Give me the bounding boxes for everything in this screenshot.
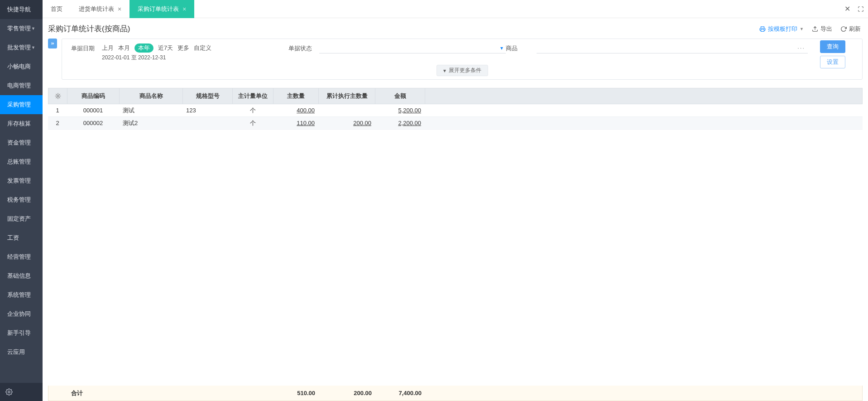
cell-name: 测试2 [119, 117, 182, 130]
sidebar-item-14[interactable]: 基础信息 [0, 266, 43, 285]
chevron-right-icon [50, 41, 55, 46]
sidebar-item-label: 税务管理 [7, 196, 31, 204]
sidebar-item-6[interactable]: 库存核算 [0, 114, 43, 133]
date-option-4[interactable]: 更多 [177, 44, 189, 52]
sidebar: 快捷导航零售管理▼批发管理▼小畅电商电商管理采购管理库存核算资金管理总账管理发票… [0, 0, 43, 401]
table-row[interactable]: 2000002测试2个110.00200.002,200.00 [48, 117, 863, 130]
sidebar-item-0[interactable]: 快捷导航 [0, 0, 43, 19]
th-unit[interactable]: 主计量单位 [233, 88, 273, 104]
export-label: 导出 [820, 25, 832, 33]
fullscreen-icon[interactable] [856, 5, 865, 14]
th-name[interactable]: 商品名称 [120, 88, 183, 104]
cell-amt[interactable]: 2,200.00 [375, 117, 425, 129]
sidebar-item-9[interactable]: 发票管理 [0, 171, 43, 190]
filter-date-label: 单据日期 [71, 43, 96, 53]
svg-point-0 [8, 391, 10, 393]
footer-qty: 510.00 [273, 387, 319, 400]
sidebar-item-17[interactable]: 新手引导 [0, 324, 43, 343]
sidebar-item-4[interactable]: 电商管理 [0, 76, 43, 95]
date-option-1[interactable]: 本月 [118, 44, 130, 52]
cell-spec [182, 121, 232, 126]
tab-1[interactable]: 进货单统计表× [71, 0, 129, 18]
sidebar-item-5[interactable]: 采购管理 [0, 95, 43, 114]
sidebar-item-13[interactable]: 经营管理 [0, 247, 43, 266]
cell-exec[interactable]: 200.00 [318, 117, 375, 129]
table-header: 商品编码 商品名称 规格型号 主计量单位 主数量 累计执行主数量 金额 [48, 88, 863, 104]
chevron-down-icon: ▼ [31, 45, 35, 50]
sidebar-item-8[interactable]: 总账管理 [0, 152, 43, 171]
cell-spec: 123 [182, 105, 232, 116]
date-range-display: 2022-01-01 至 2022-12-31 [102, 54, 211, 62]
more-icon[interactable]: ··· [797, 44, 805, 51]
refresh-icon [840, 26, 847, 32]
th-code[interactable]: 商品编码 [67, 88, 120, 104]
footer-label: 合计 [67, 386, 120, 401]
sidebar-item-label: 新手引导 [7, 329, 31, 337]
cell-exec[interactable] [318, 108, 375, 113]
sidebar-item-label: 采购管理 [7, 101, 31, 109]
cell-name: 测试 [119, 104, 182, 117]
sidebar-item-label: 电商管理 [7, 82, 31, 90]
tab-label: 进货单统计表 [79, 5, 114, 13]
date-option-3[interactable]: 近7天 [158, 44, 173, 52]
tab-2[interactable]: 采购订单统计表× [129, 0, 194, 18]
sidebar-settings[interactable] [0, 383, 43, 401]
page-title: 采购订单统计表(按商品) [48, 24, 130, 34]
sidebar-item-16[interactable]: 企业协同 [0, 304, 43, 324]
print-template-button[interactable]: 按模板打印 ▼ [759, 25, 804, 33]
sidebar-item-label: 发票管理 [7, 177, 31, 185]
date-option-5[interactable]: 自定义 [194, 44, 211, 52]
product-input[interactable]: ··· [537, 43, 808, 53]
export-button[interactable]: 导出 [812, 25, 832, 33]
sidebar-item-3[interactable]: 小畅电商 [0, 57, 43, 76]
sidebar-item-15[interactable]: 系统管理 [0, 285, 43, 304]
sidebar-item-label: 小畅电商 [7, 63, 31, 71]
sidebar-item-label: 系统管理 [7, 291, 31, 299]
tab-0[interactable]: 首页 [43, 0, 71, 18]
expand-label: 展开更多条件 [449, 67, 481, 74]
filter-settings-button[interactable]: 设置 [820, 56, 845, 68]
cell-qty[interactable]: 110.00 [273, 117, 318, 129]
th-qty[interactable]: 主数量 [273, 88, 319, 104]
date-option-0[interactable]: 上月 [102, 44, 114, 52]
sidebar-item-2[interactable]: 批发管理▼ [0, 38, 43, 57]
cell-code: 000002 [67, 117, 119, 129]
sidebar-item-label: 批发管理 [7, 43, 31, 52]
table-row[interactable]: 1000001测试123个400.005,200.00 [48, 104, 863, 117]
close-icon[interactable]: × [182, 5, 186, 13]
export-icon [812, 26, 818, 32]
sidebar-item-label: 资金管理 [7, 139, 31, 147]
refresh-button[interactable]: 刷新 [840, 25, 861, 33]
sidebar-item-18[interactable]: 云应用 [0, 343, 43, 362]
sidebar-item-11[interactable]: 固定资产 [0, 209, 43, 228]
table-settings-icon[interactable] [48, 88, 67, 104]
expand-filters-button[interactable]: ▾ 展开更多条件 [436, 65, 488, 76]
sidebar-item-7[interactable]: 资金管理 [0, 133, 43, 152]
sidebar-item-1[interactable]: 零售管理▼ [0, 19, 43, 38]
status-select[interactable]: ▾ [319, 43, 506, 53]
cell-qty[interactable]: 400.00 [273, 105, 318, 116]
tab-label: 首页 [51, 5, 62, 13]
print-label: 按模板打印 [768, 25, 797, 33]
th-amt[interactable]: 金额 [375, 88, 425, 104]
close-icon[interactable]: × [118, 5, 121, 13]
sidebar-item-label: 基础信息 [7, 272, 31, 280]
chevron-down-icon: ▼ [31, 26, 35, 31]
filter-collapse-toggle[interactable] [48, 39, 57, 48]
sidebar-item-label: 云应用 [7, 348, 25, 356]
query-button[interactable]: 查询 [820, 40, 845, 53]
cell-code: 000001 [67, 105, 119, 116]
tabs-close-all-icon[interactable]: ✕ [843, 5, 852, 14]
sidebar-item-label: 固定资产 [7, 215, 31, 223]
chevron-down-icon: ▼ [800, 27, 804, 31]
date-option-2[interactable]: 本年 [134, 43, 153, 53]
sidebar-item-10[interactable]: 税务管理 [0, 190, 43, 209]
svg-point-3 [57, 95, 59, 97]
row-index: 1 [48, 105, 67, 116]
th-spec[interactable]: 规格型号 [183, 88, 233, 104]
th-exec[interactable]: 累计执行主数量 [319, 88, 375, 104]
sidebar-item-12[interactable]: 工资 [0, 228, 43, 247]
svg-rect-1 [761, 29, 764, 31]
cell-amt[interactable]: 5,200.00 [375, 105, 425, 116]
chevron-down-icon: ▾ [500, 45, 503, 51]
